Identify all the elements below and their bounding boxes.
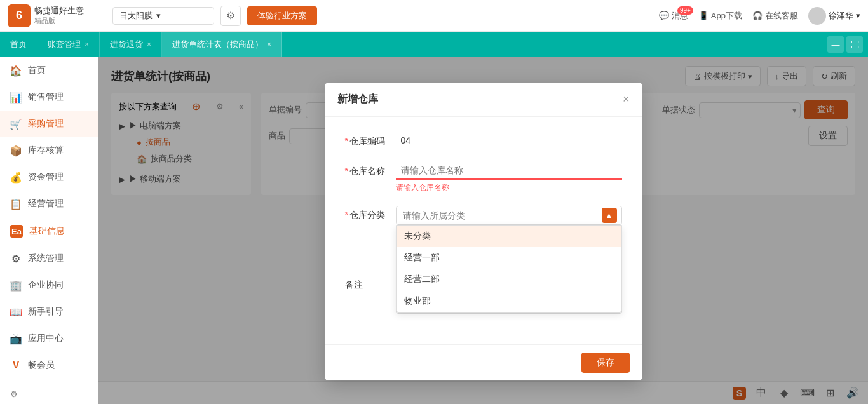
- sidebar-guide-label: 新手引导: [28, 306, 64, 318]
- tab-accounts-label: 账套管理: [48, 39, 81, 50]
- warehouse-code-row: 仓库编码: [345, 132, 622, 149]
- tab-accounts-close[interactable]: ×: [85, 40, 89, 49]
- settings-bottom-icon: ⚙: [10, 389, 18, 399]
- dropdown-item-dept3[interactable]: 物业部: [397, 290, 621, 312]
- sidebar-purchase-label: 采购管理: [28, 118, 64, 130]
- home-icon: 🏠: [10, 65, 22, 76]
- category-select-wrapper: ▲ 未分类 经营一部 经营二部 物业部: [396, 206, 622, 225]
- sidebar-sales-label: 销售管理: [28, 91, 64, 103]
- sidebar-finance-label: 资金管理: [28, 172, 64, 183]
- system-icon: ⚙: [10, 253, 22, 264]
- basics-icon: Ea: [10, 225, 23, 238]
- purchase-icon: 🛒: [10, 118, 22, 130]
- warehouse-category-control: ▲ 未分类 经营一部 经营二部 物业部: [396, 206, 622, 225]
- sidebar-apps-label: 应用中心: [28, 333, 64, 344]
- warehouse-code-input[interactable]: [396, 132, 622, 149]
- warehouse-code-label: 仓库编码: [345, 132, 396, 147]
- dropdown-item-uncategorized[interactable]: 未分类: [397, 226, 621, 247]
- sidebar-item-system[interactable]: ⚙ 系统管理: [0, 245, 98, 272]
- app-download-button[interactable]: 📱 App下载: [698, 10, 742, 22]
- new-warehouse-dialog: 新增仓库 × 仓库编码 仓库名称: [325, 83, 642, 380]
- warehouse-category-label: 仓库分类: [345, 206, 396, 221]
- tab-purchase-return[interactable]: 进货退货 ×: [100, 32, 162, 57]
- sidebar-item-guide[interactable]: 📖 新手引导: [0, 299, 98, 325]
- sidebar-item-finance[interactable]: 💰 资金管理: [0, 164, 98, 191]
- warehouse-code-control: [396, 132, 622, 149]
- dialog-footer: 保存: [325, 344, 642, 380]
- dropdown-arrow-icon: ▾: [156, 11, 161, 20]
- guide-icon: 📖: [10, 306, 22, 318]
- logo-area: 6 畅捷通好生意 精品版: [8, 4, 106, 27]
- tab-home[interactable]: 首页: [0, 32, 37, 57]
- sidebar-item-inventory[interactable]: 📦 库存核算: [0, 137, 98, 164]
- save-button[interactable]: 保存: [581, 353, 630, 373]
- tab-purchase-return-label: 进货退货: [110, 39, 143, 50]
- tab-purchase-stat[interactable]: 进货单统计表（按商品） ×: [162, 32, 282, 57]
- dialog-header: 新增仓库 ×: [325, 83, 642, 117]
- sidebar-item-operations[interactable]: 📋 经营管理: [0, 191, 98, 217]
- sidebar-item-home[interactable]: 🏠 首页: [0, 57, 98, 84]
- tab-controls: — ⛶: [827, 36, 868, 53]
- warehouse-name-control: 请输入仓库名称: [396, 162, 622, 193]
- avatar: [808, 7, 826, 25]
- gear-icon: ⚙: [226, 10, 235, 22]
- settings-button[interactable]: ⚙: [220, 6, 241, 26]
- content-area: 进货单统计(按商品) 🖨 按模板打印 ▾ ↓ 导出 ↻ 刷新: [98, 57, 868, 404]
- inventory-icon: 📦: [10, 145, 22, 156]
- sidebar-item-enterprise[interactable]: 🏢 企业协同: [0, 272, 98, 299]
- user-dropdown-icon: ▾: [856, 11, 860, 20]
- sidebar-item-sales[interactable]: 📊 销售管理: [0, 84, 98, 111]
- tab-expand-button[interactable]: ⛶: [846, 36, 863, 53]
- dialog-title: 新增仓库: [337, 93, 378, 106]
- dialog-body: 仓库编码 仓库名称 请输入仓库名称: [325, 117, 642, 344]
- app-edition: 精品版: [34, 16, 84, 25]
- sidebar-item-apps[interactable]: 📺 应用中心: [0, 325, 98, 352]
- message-button[interactable]: 💬 消息 99+: [659, 10, 688, 22]
- sidebar-basics-label: 基础信息: [29, 226, 65, 237]
- headset-icon: 🎧: [752, 11, 763, 20]
- sidebar-item-purchase[interactable]: 🛒 采购管理: [0, 111, 98, 137]
- username: 徐泽华: [829, 10, 853, 22]
- warehouse-name-label: 仓库名称: [345, 162, 396, 177]
- vip-icon: V: [10, 360, 22, 371]
- apps-icon: 📺: [10, 333, 22, 344]
- warehouse-category-row: 仓库分类 ▲ 未分类 经营一部 经营二部 物业部: [345, 206, 622, 225]
- sidebar-item-basics[interactable]: Ea 基础信息: [0, 217, 98, 245]
- sidebar-item-vip[interactable]: V 畅会员: [0, 352, 98, 379]
- sidebar-home-label: 首页: [28, 65, 46, 76]
- sidebar-enterprise-label: 企业协同: [28, 279, 64, 291]
- store-name: 日太阳膜: [119, 10, 153, 22]
- tab-purchase-stat-label: 进货单统计表（按商品）: [172, 39, 263, 50]
- app-name: 畅捷通好生意: [34, 6, 84, 17]
- dropdown-item-dept2[interactable]: 经营二部: [397, 269, 621, 290]
- sidebar: 🏠 首页 📊 销售管理 🛒 采购管理 📦 库存核算 💰 资金管理 📋 经营管理 …: [0, 57, 98, 404]
- online-service-button[interactable]: 🎧 在线客服: [752, 10, 798, 22]
- operations-icon: 📋: [10, 198, 22, 210]
- mobile-icon: 📱: [698, 11, 709, 20]
- sidebar-system-label: 系统管理: [28, 253, 64, 264]
- sidebar-bottom: ⚙: [0, 379, 98, 404]
- enterprise-icon: 🏢: [10, 279, 22, 291]
- warehouse-name-row: 仓库名称 请输入仓库名称: [345, 162, 622, 193]
- tab-accounts[interactable]: 账套管理 ×: [37, 32, 100, 57]
- tab-purchase-return-close[interactable]: ×: [147, 40, 151, 49]
- sales-icon: 📊: [10, 91, 22, 103]
- category-arrow-button[interactable]: ▲: [602, 208, 617, 223]
- main-layout: 🏠 首页 📊 销售管理 🛒 采购管理 📦 库存核算 💰 资金管理 📋 经营管理 …: [0, 57, 868, 404]
- app-download-label: App下载: [711, 10, 742, 22]
- app-logo: 6: [8, 4, 31, 27]
- user-info[interactable]: 徐泽华 ▾: [808, 7, 860, 25]
- category-dropdown-list: 未分类 经营一部 经营二部 物业部: [396, 225, 622, 313]
- warehouse-name-input[interactable]: [396, 162, 622, 180]
- try-industry-button[interactable]: 体验行业方案: [247, 6, 317, 25]
- tab-purchase-stat-close[interactable]: ×: [267, 40, 271, 49]
- dialog-close-button[interactable]: ×: [623, 93, 630, 106]
- sidebar-settings-button[interactable]: ⚙: [0, 384, 98, 404]
- store-selector[interactable]: 日太阳膜 ▾: [112, 7, 214, 25]
- sidebar-operations-label: 经营管理: [28, 198, 64, 210]
- dropdown-item-dept1[interactable]: 经营一部: [397, 247, 621, 269]
- tab-minimize-button[interactable]: —: [827, 36, 844, 53]
- nav-tabs-bar: 首页 账套管理 × 进货退货 × 进货单统计表（按商品） × — ⛶: [0, 32, 868, 57]
- category-select-input[interactable]: [396, 206, 622, 225]
- warehouse-name-error: 请输入仓库名称: [396, 182, 622, 193]
